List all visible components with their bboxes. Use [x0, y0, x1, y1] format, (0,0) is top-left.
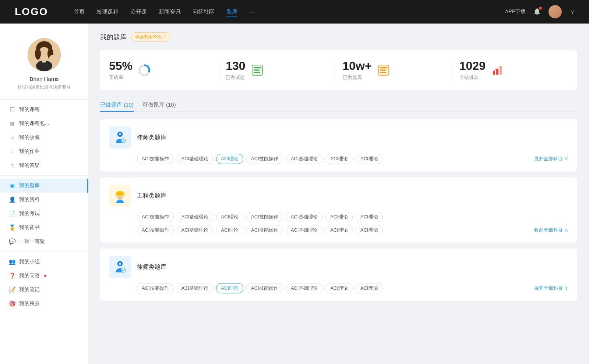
- notification-bell[interactable]: [533, 7, 541, 17]
- user-avatar-header[interactable]: [549, 5, 562, 18]
- sidebar-item-package[interactable]: ▦ 我的课程包...: [0, 117, 88, 131]
- tag-1-5[interactable]: ACI理论: [325, 154, 353, 164]
- nav-open-course[interactable]: 公开课: [130, 7, 147, 17]
- qbank-card-1-header: 律师类题库: [109, 126, 568, 149]
- sidebar-item-group-label: 我的小组: [19, 258, 40, 265]
- user-dropdown-arrow[interactable]: ∨: [571, 9, 574, 15]
- tag-2-2[interactable]: ACI理论: [216, 212, 243, 222]
- tag-2-3[interactable]: ACI技能操作: [246, 212, 283, 222]
- stat-ranking-label: 全站排名: [459, 74, 486, 81]
- stat-ranking-value: 1029: [459, 59, 486, 73]
- group-icon: 👥: [9, 258, 15, 265]
- tag-2-7[interactable]: ACI技能操作: [137, 225, 174, 235]
- app-download-btn[interactable]: APP下载: [505, 8, 526, 15]
- stat-accuracy-label: 正确率: [109, 74, 133, 81]
- notification-dot: [539, 7, 542, 10]
- menu-wrapper-cert: 🏅 我的证书: [0, 221, 88, 235]
- tag-1-4[interactable]: ACI基础理论: [286, 154, 323, 164]
- qbank-card-1: 律师类题库 ACI技能操作 ACI基础理论 ACI理论 ACI技能操作 ACI基…: [100, 119, 577, 171]
- sidebar-item-myqa-label: 我的问答: [19, 272, 40, 279]
- qbank-card-3-title: 律师类题库: [137, 263, 166, 271]
- qbank-card-2-tags-row1: ACI技能操作 ACI基础理论 ACI理论 ACI技能操作 ACI基础理论 AC…: [137, 212, 568, 222]
- svg-rect-29: [119, 193, 121, 194]
- list-green-icon: [250, 63, 265, 78]
- expand-btn-1[interactable]: 展开全部科目 ∨: [534, 156, 568, 162]
- stat-done-banks-label: 已做题库: [343, 74, 372, 81]
- sidebar-item-cert[interactable]: 🏅 我的证书: [0, 221, 88, 235]
- menu-wrapper-exam: 📄 我的考试: [0, 207, 88, 221]
- sidebar-item-qa[interactable]: ? 我的答疑: [0, 158, 88, 172]
- tag-2-0[interactable]: ACI技能操作: [137, 212, 174, 222]
- sidebar-item-1on1[interactable]: 💬 一对一答疑: [0, 235, 88, 249]
- tag-2-4[interactable]: ACI基础理论: [286, 212, 323, 222]
- sidebar-item-myqa[interactable]: ❓ 我的问答: [0, 269, 88, 283]
- tag-1-6[interactable]: ACI理论: [356, 154, 383, 164]
- tag-3-3[interactable]: ACI技能操作: [246, 283, 283, 293]
- bar-red-icon: [490, 63, 505, 78]
- tag-3-5[interactable]: ACI理论: [325, 283, 353, 293]
- nav-bank[interactable]: 题库: [226, 7, 237, 17]
- tag-1-2[interactable]: ACI理论: [216, 154, 243, 164]
- score-icon: 🎯: [9, 300, 15, 307]
- tab-done-banks[interactable]: 已做题库 (10): [100, 99, 134, 111]
- nav-qa[interactable]: 问答社区: [193, 7, 215, 17]
- star-icon: ☆: [9, 134, 15, 141]
- stat-done-banks: 10w+ 已做题库: [335, 59, 452, 81]
- svg-rect-13: [254, 72, 260, 73]
- expand-btn-3[interactable]: 展开全部科目 ∨: [534, 285, 568, 292]
- svg-rect-18: [493, 71, 495, 75]
- menu-wrapper-package: ▦ 我的课程包...: [0, 117, 88, 131]
- tag-3-6[interactable]: ACI理论: [356, 283, 383, 293]
- sidebar-item-exam[interactable]: 📄 我的考试: [0, 207, 88, 221]
- tab-todo-banks[interactable]: 可做题库 (10): [142, 99, 176, 111]
- stat-done-banks-value: 10w+: [343, 59, 372, 73]
- lawyer-icon-1: [109, 126, 131, 149]
- tag-2-9[interactable]: ACI理论: [216, 225, 243, 235]
- sidebar-item-bank[interactable]: ▣ 我的题库: [0, 179, 87, 193]
- qbank-card-2-header: 工程类题库: [109, 185, 568, 207]
- nav-home[interactable]: 首页: [74, 7, 85, 17]
- tag-2-8[interactable]: ACI基础理论: [177, 225, 214, 235]
- menu-wrapper-group: 👥 我的小组: [0, 255, 88, 269]
- collapse-btn-2[interactable]: 收起全部科目 ∧: [534, 227, 568, 233]
- tag-3-4[interactable]: ACI基础理论: [286, 283, 323, 293]
- menu-wrapper-profile: 👤 我的资料: [0, 193, 88, 207]
- qbank-card-3: 律师类题库 ACI技能操作 ACI基础理论 ACI理论 ACI技能操作 ACI基…: [100, 249, 577, 301]
- menu-wrapper-collection: ☆ 我的收藏: [0, 131, 88, 144]
- sidebar-item-notes[interactable]: 📝 我的笔记: [0, 283, 88, 297]
- sidebar-item-collection-label: 我的收藏: [19, 134, 40, 141]
- tag-3-2[interactable]: ACI理论: [216, 283, 243, 293]
- sidebar-divider-3: [0, 251, 88, 252]
- sidebar-item-1on1-label: 一对一答疑: [19, 238, 45, 245]
- stats-section: 55% 正确率 130 已做试题: [100, 50, 577, 90]
- tag-2-6[interactable]: ACI理论: [356, 212, 383, 222]
- sidebar-item-qa-label: 我的答疑: [19, 162, 40, 169]
- sidebar-item-points[interactable]: 🎯 我的积分: [0, 297, 88, 311]
- tag-3-1[interactable]: ACI基础理论: [177, 283, 214, 293]
- header-right: APP下载 ∨: [505, 5, 574, 18]
- sidebar-item-course[interactable]: ☐ 我的课程: [0, 103, 88, 117]
- nav-more[interactable]: ···: [249, 7, 255, 17]
- tag-2-1[interactable]: ACI基础理论: [177, 212, 214, 222]
- sidebar-item-profile[interactable]: 👤 我的资料: [0, 193, 88, 207]
- sidebar-item-homework[interactable]: ≡ 我的作业: [0, 144, 88, 158]
- qbank-card-3-header: 律师类题库: [109, 256, 568, 278]
- tag-1-0[interactable]: ACI技能操作: [137, 154, 174, 164]
- menu-wrapper-bank: ▣ 我的题库: [0, 179, 88, 193]
- tag-2-11[interactable]: ACI基础理论: [286, 225, 323, 235]
- nav-news[interactable]: 新闻资讯: [159, 7, 181, 17]
- tag-2-12[interactable]: ACI理论: [325, 225, 353, 235]
- svg-rect-17: [380, 72, 387, 73]
- list-orange-icon: [376, 63, 391, 78]
- nav-discover[interactable]: 发现课程: [96, 7, 119, 17]
- tag-1-1[interactable]: ACI基础理论: [177, 154, 214, 164]
- svg-rect-15: [380, 67, 387, 68]
- sidebar-item-group[interactable]: 👥 我的小组: [0, 255, 88, 269]
- tag-3-0[interactable]: ACI技能操作: [137, 283, 174, 293]
- tag-1-3[interactable]: ACI技能操作: [246, 154, 283, 164]
- tag-2-10[interactable]: ACI技能操作: [246, 225, 283, 235]
- tag-2-5[interactable]: ACI理论: [325, 212, 353, 222]
- tag-2-13[interactable]: ACI理论: [356, 225, 383, 235]
- sidebar-item-collection[interactable]: ☆ 我的收藏: [0, 131, 88, 144]
- doc-icon: ≡: [9, 148, 15, 155]
